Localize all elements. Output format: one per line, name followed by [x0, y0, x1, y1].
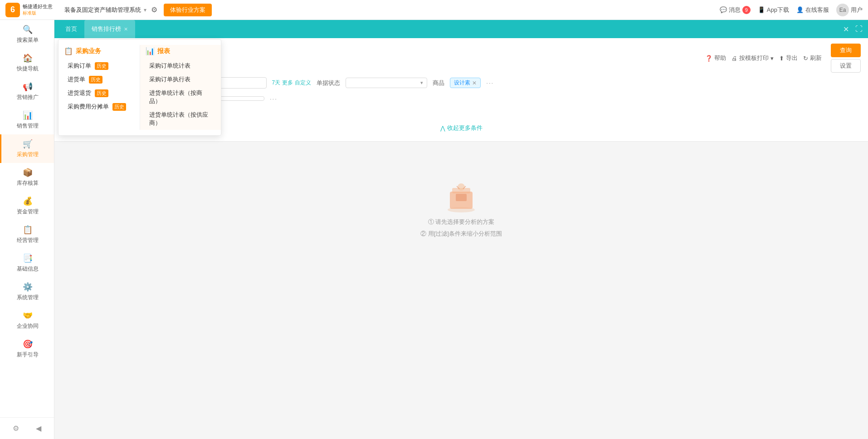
service-icon: 👤	[796, 6, 804, 13]
expense-badge: 历史	[112, 103, 126, 111]
number-1: ①	[428, 218, 434, 225]
svg-point-4	[458, 183, 465, 191]
sidebar-item-system[interactable]: ⚙️ 系统管理	[0, 277, 54, 306]
marketing-icon: 📢	[23, 82, 33, 92]
query-button[interactable]: 查询	[831, 44, 861, 57]
sidebar-item-label: 采购管理	[17, 151, 39, 158]
tab-expand-btn[interactable]: ⛶	[853, 24, 864, 34]
dropdown-item-purchase-order[interactable]: 采购订单 历史	[64, 59, 134, 73]
more-dots-1[interactable]: ···	[486, 79, 494, 86]
sidebar-item-guide[interactable]: 🎯 新手引导	[0, 335, 54, 363]
dropdown-col-business-title: 📋 采购业务	[64, 45, 134, 59]
tab-bar: 首页 销售排行榜 ✕ ✕ ⛶	[54, 20, 868, 38]
sidebar-item-label: 快捷导航	[17, 65, 39, 73]
dropdown-item-report-4[interactable]: 进货单统计表（按供应商）	[146, 108, 216, 130]
sidebar-item-sales[interactable]: 📊 销售管理	[0, 106, 54, 134]
sidebar-item-finance[interactable]: 💰 资金管理	[0, 192, 54, 220]
tab-close-icon[interactable]: ✕	[124, 26, 128, 32]
purchase-order-label: 采购订单	[68, 62, 91, 70]
messages-button[interactable]: 💬 消息 9	[720, 6, 751, 14]
settings-icon[interactable]: ⚙	[149, 4, 159, 16]
sidebar-collapse-icon[interactable]: ◀	[34, 422, 43, 434]
export-icon: ⬆	[779, 55, 784, 62]
print-button[interactable]: 🖨 按模板打印 ▾	[731, 54, 774, 62]
tab-home-label: 首页	[65, 25, 77, 33]
sidebar-item-basic[interactable]: 📑 基础信息	[0, 249, 54, 277]
dropdown-item-report-1[interactable]: 采购订单统计表	[146, 59, 216, 73]
refresh-icon: ↻	[803, 55, 808, 62]
more-dots-2[interactable]: ···	[270, 95, 278, 102]
header-right: 💬 消息 9 📱 App下载 👤 在线客服 Ea 用户	[720, 4, 863, 16]
dropdown-item-expense[interactable]: 采购费用分摊单 历史	[64, 100, 134, 113]
empty-line-1: ① 请先选择要分析的方案	[428, 218, 495, 226]
shortcut-custom[interactable]: 自定义	[295, 79, 311, 87]
dropdown-col-report: 📊 报表 采购订单统计表 采购订单执行表 进货单统计表（按商品） 进货单统计表（…	[140, 45, 221, 130]
sidebar-item-search[interactable]: 🔍 搜索菜单	[0, 20, 54, 49]
sidebar-item-operations[interactable]: 📋 经营管理	[0, 220, 54, 249]
settings-button[interactable]: 设置	[831, 59, 861, 73]
sidebar-item-label: 营销推广	[17, 94, 39, 101]
purchase-icon: 🛒	[23, 139, 33, 149]
message-label: 消息	[729, 6, 741, 14]
online-service-button[interactable]: 👤 在线客服	[796, 6, 829, 14]
brand-text: 畅捷通好生意 标准版	[23, 3, 53, 16]
print-arrow-icon: ▾	[770, 55, 774, 62]
sidebar-item-inventory[interactable]: 📦 库存核算	[0, 163, 54, 192]
tab-home[interactable]: 首页	[58, 20, 84, 38]
number-2: ②	[420, 230, 426, 237]
sidebar-item-label: 库存核算	[17, 179, 39, 187]
incoming-label: 进货单	[68, 75, 85, 84]
dropdown-item-report-3[interactable]: 进货单统计表（按商品）	[146, 86, 216, 108]
incoming-badge: 历史	[89, 76, 102, 84]
collapse-label: 收起更多条件	[447, 124, 483, 132]
status-arrow-icon: ▾	[420, 80, 423, 86]
sidebar-item-marketing[interactable]: 📢 营销推广	[0, 77, 54, 106]
experience-button[interactable]: 体验行业方案	[164, 4, 212, 16]
sidebar-item-label: 搜索菜单	[17, 36, 39, 44]
goods-tag[interactable]: 设计素 ✕	[450, 78, 481, 88]
sidebar-item-label: 经营管理	[17, 237, 39, 244]
sidebar-item-collab[interactable]: 🤝 企业协同	[0, 306, 54, 335]
svg-rect-3	[456, 194, 467, 201]
avatar: Ea	[836, 4, 849, 16]
tab-sales-ranking-label: 销售排行榜	[92, 25, 121, 33]
sidebar-item-label: 企业协同	[17, 322, 39, 330]
sales-icon: 📊	[23, 110, 33, 120]
status-select[interactable]: ▾	[346, 78, 427, 88]
message-icon: 💬	[720, 6, 727, 13]
return-badge: 历史	[95, 89, 108, 97]
dropdown-item-return[interactable]: 进货退货 历史	[64, 86, 134, 100]
empty-text-1: 请先选择要分析的方案	[435, 218, 494, 225]
tab-sales-ranking[interactable]: 销售排行榜 ✕	[84, 20, 135, 38]
sidebar-item-purchase[interactable]: 🛒 采购管理	[0, 134, 54, 163]
inventory-icon: 📦	[23, 168, 33, 178]
sidebar-item-nav[interactable]: 🏠 快捷导航	[0, 49, 54, 77]
user-profile-button[interactable]: Ea 用户	[836, 4, 863, 16]
app-download-button[interactable]: 📱 App下载	[758, 6, 789, 14]
home-icon: 🏠	[23, 53, 33, 63]
shortcut-7days[interactable]: 7天	[272, 79, 281, 87]
report-4-label: 进货单统计表（按供应商）	[149, 111, 212, 127]
collapse-up-icon: ⋀	[440, 125, 445, 132]
collab-icon: 🤝	[23, 311, 33, 321]
dropdown-item-incoming[interactable]: 进货单 历史	[64, 73, 134, 86]
report-title-icon: 📊	[146, 47, 155, 55]
basic-icon: 📑	[23, 253, 33, 263]
goods-tag-remove-icon[interactable]: ✕	[472, 80, 477, 86]
bottom-settings-icon[interactable]: ⚙	[11, 422, 21, 434]
sidebar: 🔍 搜索菜单 🏠 快捷导航 📢 营销推广 📊 销售管理 🛒 采购管理 📦 库存核…	[0, 20, 54, 439]
sidebar-bottom: ⚙ ◀	[0, 417, 54, 439]
business-title-icon: 📋	[64, 47, 73, 55]
goods-tag-text: 设计素	[454, 79, 470, 87]
goods-field: 设计素 ✕	[450, 78, 481, 88]
shortcut-more[interactable]: 更多	[282, 79, 293, 87]
help-button[interactable]: ❓ 帮助	[705, 54, 726, 62]
chevron-down-icon[interactable]: ▾	[144, 7, 146, 13]
export-button[interactable]: ⬆ 导出	[779, 54, 798, 62]
refresh-button[interactable]: ↻ 刷新	[803, 54, 822, 62]
tab-close-btn[interactable]: ✕	[841, 24, 851, 35]
purchase-order-badge: 历史	[95, 62, 108, 70]
operations-icon: 📋	[23, 225, 33, 235]
status-label: 单据状态	[317, 79, 340, 87]
dropdown-item-report-2[interactable]: 采购订单执行表	[146, 73, 216, 86]
